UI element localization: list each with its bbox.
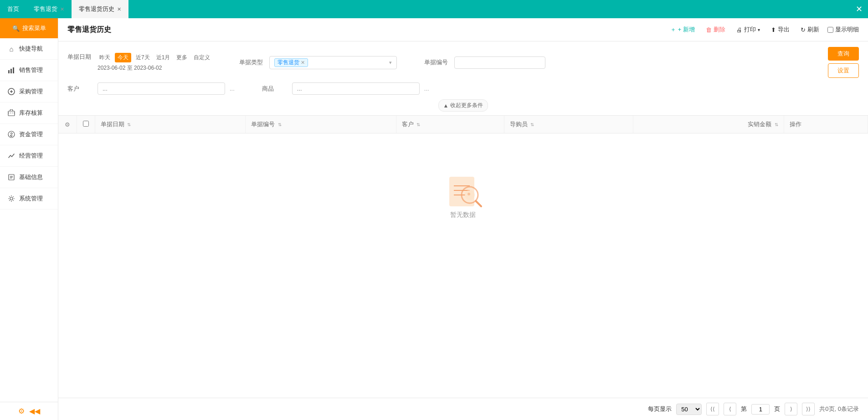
top-bar: 首页 零售退货 ✕ 零售退货历史 ✕ ✕	[0, 0, 868, 18]
show-detail-checkbox[interactable]	[827, 27, 833, 33]
goods-filter-label: 商品	[262, 85, 288, 93]
table-col-customer[interactable]: 客户 ⇅	[396, 116, 504, 133]
sidebar-item-inventory-label: 库存核算	[19, 109, 43, 117]
show-detail-checkbox-label[interactable]: 显示明细	[827, 26, 859, 34]
sidebar-item-finance[interactable]: 资金管理	[0, 124, 58, 145]
first-page-button[interactable]: ⟨⟨	[706, 403, 719, 415]
sidebar-item-system[interactable]: 系统管理	[0, 188, 58, 210]
sidebar-item-basic-info-label: 基础信息	[19, 173, 43, 181]
delete-icon: 🗑	[706, 26, 712, 33]
sidebar-item-sales[interactable]: 销售管理	[0, 60, 58, 81]
table-col-date[interactable]: 单据日期 ⇅	[95, 116, 246, 133]
svg-line-14	[476, 201, 481, 206]
sidebar-item-purchase[interactable]: 采购管理	[0, 81, 58, 102]
date-options: 昨天 今天 近7天 近1月 更多 自定义	[98, 53, 212, 62]
filter-area: 单据日期 昨天 今天 近7天 近1月 更多 自定义 2023-06-02 至 2…	[58, 41, 868, 116]
collapse-button[interactable]: ▲ 收起更多条件	[438, 99, 488, 112]
sidebar-item-operations[interactable]: 经营管理	[0, 145, 58, 167]
table-gear-icon[interactable]: ⚙	[65, 121, 70, 128]
refresh-icon: ↻	[801, 26, 806, 33]
table-container: ⚙ 单据日期 ⇅ 单据编号 ⇅	[58, 116, 868, 398]
prev-page-button[interactable]: ⟨	[724, 403, 736, 415]
doc-number-input[interactable]	[454, 56, 545, 69]
date-opt-yesterday[interactable]: 昨天	[98, 53, 112, 62]
tab-retail-return[interactable]: 零售退货 ✕	[26, 0, 72, 18]
svg-rect-0	[8, 70, 10, 73]
number-sort-icon: ⇅	[278, 122, 282, 127]
svg-point-7	[10, 197, 13, 200]
date-opt-more[interactable]: 更多	[175, 53, 189, 62]
settings-bottom-icon[interactable]: ⚙	[18, 407, 25, 415]
system-icon	[7, 195, 15, 203]
table-col-settings[interactable]: ⚙	[58, 116, 77, 133]
date-opt-7days[interactable]: 近7天	[134, 53, 152, 62]
sidebar-item-purchase-label: 采购管理	[19, 87, 43, 96]
new-icon: ＋	[670, 26, 676, 34]
operations-icon	[7, 152, 15, 160]
sidebar-search-label: 搜索菜单	[22, 24, 46, 32]
tab-retail-return-close[interactable]: ✕	[60, 6, 64, 12]
finance-icon	[7, 130, 15, 138]
total-pages-text: 共0页, 0条记录	[819, 405, 859, 413]
search-icon: 🔍	[12, 25, 20, 32]
home-icon: ⌂	[7, 45, 15, 53]
table-col-amount[interactable]: 实销金额 ⇅	[633, 116, 784, 133]
filter-row-1: 单据日期 昨天 今天 近7天 近1月 更多 自定义 2023-06-02 至 2…	[67, 47, 859, 78]
settings-button[interactable]: 设置	[828, 63, 859, 78]
svg-rect-2	[13, 67, 14, 73]
sales-icon	[7, 66, 15, 74]
guide-sort-icon: ⇅	[530, 122, 534, 127]
audio-icon[interactable]: ◀◀	[29, 407, 40, 415]
date-opt-today[interactable]: 今天	[115, 53, 131, 62]
delete-button[interactable]: 🗑 删除	[703, 24, 728, 36]
tab-home[interactable]: 首页	[0, 0, 26, 18]
date-opt-1month[interactable]: 近1月	[154, 53, 172, 62]
refresh-button[interactable]: ↻ 刷新	[798, 24, 822, 36]
collapse-label: 收起更多条件	[450, 102, 483, 109]
svg-point-15	[467, 193, 470, 195]
sidebar-item-basic-info[interactable]: 基础信息	[0, 167, 58, 188]
table-select-all[interactable]	[83, 121, 89, 127]
sidebar: 🔍 搜索菜单 ⌂ 快捷导航 销售管理 采购管理 库存核算	[0, 18, 58, 420]
svg-rect-4	[8, 111, 15, 116]
page-number-input[interactable]	[751, 404, 770, 415]
sidebar-item-quick-nav[interactable]: ⌂ 快捷导航	[0, 38, 58, 60]
sidebar-search[interactable]: 🔍 搜索菜单	[0, 18, 58, 38]
doc-type-tag-remove[interactable]: ✕	[301, 60, 305, 66]
sidebar-item-operations-label: 经营管理	[19, 152, 43, 160]
export-button[interactable]: ⬆ 导出	[768, 24, 792, 36]
page-title: 零售退货历史	[67, 25, 111, 35]
data-table: ⚙ 单据日期 ⇅ 单据编号 ⇅	[58, 116, 868, 256]
doc-type-chevron: ▾	[389, 60, 392, 66]
customer-ellipsis[interactable]: ...	[230, 85, 235, 92]
basic-info-icon	[7, 173, 15, 181]
table-col-guide[interactable]: 导购员 ⇅	[504, 116, 633, 133]
collapse-up-icon: ▲	[443, 102, 449, 109]
date-sort-icon: ⇅	[127, 122, 131, 127]
last-page-button[interactable]: ⟩⟩	[802, 403, 815, 415]
new-button[interactable]: ＋ + 新增	[668, 24, 698, 36]
page-label-after: 页	[774, 405, 780, 413]
purchase-icon	[7, 87, 15, 96]
table-col-number[interactable]: 单据编号 ⇅	[246, 116, 396, 133]
query-button[interactable]: 查询	[828, 47, 859, 61]
print-button[interactable]: 🖨 打印 ▾	[734, 24, 763, 36]
tab-retail-return-history-close[interactable]: ✕	[117, 6, 121, 12]
goods-ellipsis[interactable]: ...	[424, 85, 429, 92]
next-page-button[interactable]: ⟩	[785, 403, 797, 415]
goods-input[interactable]	[292, 82, 420, 95]
customer-input[interactable]	[98, 82, 225, 95]
table-col-checkbox[interactable]	[77, 116, 95, 133]
window-close-button[interactable]: ✕	[856, 4, 863, 14]
svg-rect-1	[10, 69, 12, 73]
date-opt-custom[interactable]: 自定义	[192, 53, 212, 62]
page-header: 零售退货历史 ＋ + 新增 🗑 删除 🖨 打印 ▾ ⬆ 导出	[58, 18, 868, 41]
sidebar-item-inventory[interactable]: 库存核算	[0, 102, 58, 124]
empty-text: 暂无数据	[450, 211, 476, 219]
customer-filter-label: 客户	[67, 85, 93, 93]
date-range-display: 2023-06-02 至 2023-06-02	[98, 64, 212, 72]
inventory-icon	[7, 109, 15, 117]
page-size-select[interactable]: 50 20 100	[676, 404, 702, 415]
doc-type-select[interactable]: 零售退货 ✕ ▾	[269, 56, 397, 69]
tab-retail-return-history[interactable]: 零售退货历史 ✕	[72, 0, 128, 18]
